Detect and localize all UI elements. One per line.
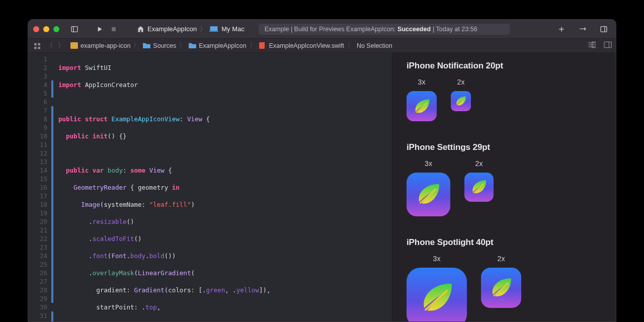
- svg-rect-7: [601, 26, 607, 32]
- destination-mac-icon: [209, 26, 218, 32]
- preview-section-title: iPhone Settings 29pt: [407, 142, 602, 152]
- add-icon[interactable]: [556, 24, 567, 34]
- preview-scale-label: 3x: [418, 78, 426, 86]
- chevron-right-icon: 〉: [250, 41, 256, 50]
- scheme-name: ExampleAppIcon: [147, 25, 197, 33]
- breadcrumb-segment[interactable]: No Selection: [357, 42, 392, 49]
- preview-canvas[interactable]: iPhone Notification 20pt 3x 2x iPhone Se…: [392, 53, 616, 321]
- svg-rect-13: [70, 42, 78, 49]
- breadcrumb-label: No Selection: [357, 42, 392, 49]
- code-editor[interactable]: 1234567891011121314151617181920212223242…: [28, 53, 392, 321]
- preview-item[interactable]: 2x: [464, 159, 494, 202]
- breadcrumb-label: ExampleAppIconView.swift: [269, 42, 344, 49]
- editor-options-icon[interactable]: [588, 41, 596, 50]
- preview-scale-label: 3x: [425, 159, 432, 168]
- preview-scale-label: 3x: [433, 255, 441, 263]
- line-gutter: 1234567891011121314151617181920212223242…: [28, 53, 51, 321]
- svg-rect-0: [71, 26, 77, 32]
- xcode-window: ExampleAppIcon 〉 My Mac Example | Build …: [28, 19, 616, 322]
- app-icon-preview: [407, 91, 437, 121]
- preview-section-title: iPhone Spotlight 40pt: [407, 237, 602, 248]
- svg-rect-11: [34, 47, 37, 49]
- scheme-destination: My Mac: [221, 25, 245, 33]
- breadcrumb-label: example-app-icon: [80, 42, 130, 49]
- svg-rect-10: [38, 43, 40, 45]
- code-content[interactable]: import SwiftUI import AppIconCreator pub…: [53, 53, 274, 321]
- preview-item[interactable]: 3x: [407, 78, 437, 121]
- svg-rect-4: [209, 31, 218, 32]
- preview-item[interactable]: 3x: [407, 255, 467, 321]
- chevron-right-icon: 〉: [133, 41, 140, 50]
- preview-item[interactable]: 2x: [451, 78, 471, 111]
- chevron-right-icon: 〉: [179, 41, 186, 50]
- folder-icon: [189, 42, 196, 49]
- preview-section: iPhone Settings 29pt 3x 2x: [407, 142, 602, 216]
- app-icon-preview: [407, 173, 450, 216]
- status-result: Succeeded: [397, 26, 431, 33]
- status-prefix: Example | Build for Previews ExampleAppI…: [265, 26, 395, 33]
- app-icon-preview: [451, 91, 471, 111]
- stop-button[interactable]: [109, 24, 119, 34]
- window-controls: [33, 26, 59, 32]
- preview-section: iPhone Notification 20pt 3x 2x: [407, 61, 602, 121]
- svg-rect-19: [604, 42, 611, 47]
- related-items-icon[interactable]: [32, 41, 42, 51]
- code-review-icon[interactable]: [578, 24, 588, 34]
- svg-rect-12: [38, 47, 40, 49]
- svg-rect-9: [34, 43, 37, 45]
- minimize-window-button[interactable]: [43, 26, 49, 32]
- swift-file-icon: [259, 42, 267, 49]
- preview-item[interactable]: 3x: [407, 159, 450, 216]
- scheme-selector[interactable]: ExampleAppIcon 〉 My Mac: [134, 25, 248, 34]
- jump-bar: 〈 〉 example-app-icon 〉 Sources 〉 Example…: [28, 39, 616, 53]
- chevron-right-icon: 〉: [347, 41, 354, 50]
- activity-status[interactable]: Example | Build for Previews ExampleAppI…: [259, 24, 510, 35]
- breadcrumb-segment[interactable]: example-app-icon: [70, 42, 130, 49]
- app-icon-preview: [481, 268, 521, 308]
- nav-forward-icon[interactable]: 〉: [58, 41, 64, 50]
- svg-rect-3: [210, 26, 218, 31]
- toggle-navigator-icon[interactable]: [69, 24, 79, 34]
- project-icon: [70, 42, 78, 49]
- breadcrumb-segment[interactable]: ExampleAppIcon: [189, 42, 247, 49]
- folder-icon: [143, 42, 150, 49]
- run-button[interactable]: [95, 24, 105, 34]
- main-area: 1234567891011121314151617181920212223242…: [28, 53, 616, 321]
- preview-scale-label: 2x: [475, 159, 483, 168]
- svg-rect-14: [259, 42, 265, 49]
- status-suffix: | Today at 23:56: [433, 26, 477, 33]
- preview-scale-label: 2x: [457, 78, 465, 86]
- zoom-window-button[interactable]: [53, 26, 59, 32]
- preview-scale-label: 2x: [498, 255, 505, 263]
- preview-item[interactable]: 2x: [481, 255, 521, 308]
- adjust-editor-icon[interactable]: [604, 41, 612, 50]
- scheme-target-icon: [137, 25, 144, 33]
- close-window-button[interactable]: [33, 26, 39, 32]
- app-icon-preview: [407, 268, 467, 321]
- toggle-inspector-icon[interactable]: [599, 24, 609, 34]
- preview-section: iPhone Spotlight 40pt 3x 2x: [407, 237, 602, 321]
- breadcrumb-segment[interactable]: ExampleAppIconView.swift: [259, 42, 344, 49]
- chevron-right-icon: 〉: [200, 25, 206, 34]
- nav-back-icon[interactable]: 〈: [46, 41, 53, 50]
- breadcrumb-label: Sources: [153, 42, 176, 49]
- svg-rect-2: [112, 27, 116, 31]
- app-icon-preview: [464, 173, 494, 202]
- preview-section-title: iPhone Notification 20pt: [407, 61, 602, 71]
- breadcrumb-label: ExampleAppIcon: [199, 42, 247, 49]
- toolbar: ExampleAppIcon 〉 My Mac Example | Build …: [28, 20, 616, 39]
- breadcrumb-segment[interactable]: Sources: [143, 42, 176, 49]
